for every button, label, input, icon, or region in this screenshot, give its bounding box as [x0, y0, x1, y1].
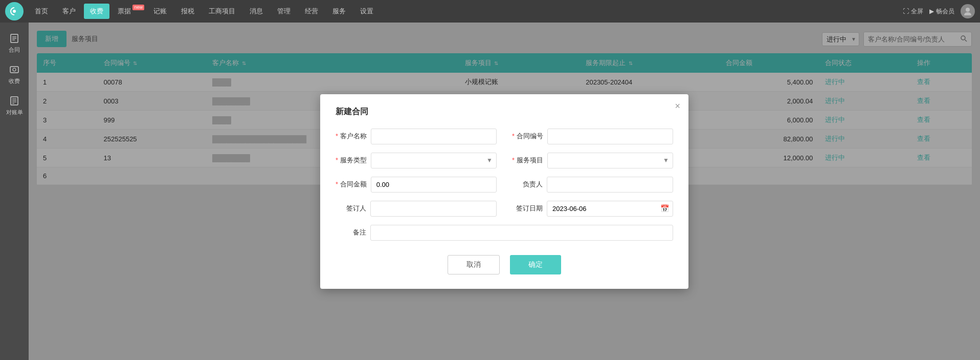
overlay[interactable]: 新建合同 × 客户名称 合同编号 服务类型 [29, 23, 980, 360]
remark-label: 备注 [336, 228, 366, 237]
nav-business[interactable]: 工商项目 [203, 4, 241, 19]
fullscreen-button[interactable]: ⛶ 全屏 [903, 7, 923, 16]
svg-rect-9 [11, 97, 18, 105]
dialog: 新建合同 × 客户名称 合同编号 服务类型 [320, 94, 688, 289]
signer-label: 签订人 [336, 204, 366, 213]
customer-name-input[interactable] [371, 129, 497, 144]
sidebar-item-reconciliation[interactable]: 对账单 [0, 90, 29, 121]
nav-customer[interactable]: 客户 [56, 4, 82, 19]
avatar[interactable] [961, 4, 975, 18]
contract-amount-label: 合同金额 [336, 180, 367, 189]
play-icon: ▶ [929, 8, 934, 15]
service-item-select-wrap: ▼ [547, 153, 673, 168]
sign-date-label: 签订日期 [512, 204, 543, 213]
form-row-responsible: 负责人 [512, 177, 673, 193]
svg-point-1 [13, 10, 16, 13]
nav-items: 首页 客户 收费 票据 new 记账 报税 工商项目 消息 管理 经营 服务 设… [29, 4, 903, 19]
fullscreen-icon: ⛶ [903, 8, 909, 15]
sidebar-item-contract[interactable]: 合同 [0, 28, 29, 59]
dialog-title: 新建合同 [336, 107, 673, 117]
form-row-contract-no: 合同编号 [512, 129, 673, 144]
nav-home[interactable]: 首页 [29, 4, 54, 19]
nav-operation[interactable]: 经营 [299, 4, 324, 19]
contract-no-input[interactable] [547, 129, 673, 144]
contract-amount-input[interactable] [371, 177, 497, 193]
nav-billing[interactable]: 收费 [84, 4, 109, 19]
form-row-signer: 签订人 [336, 201, 497, 217]
responsible-person-input[interactable] [547, 177, 673, 193]
nav-service[interactable]: 服务 [326, 4, 352, 19]
remark-input[interactable] [370, 225, 673, 241]
customer-name-label: 客户名称 [336, 132, 367, 141]
nav-bookkeeping[interactable]: 记账 [147, 4, 173, 19]
form-row-amount: 合同金额 [336, 177, 497, 193]
form-row-customer: 客户名称 [336, 129, 497, 144]
top-nav: 首页 客户 收费 票据 new 记账 报税 工商项目 消息 管理 经营 服务 设… [0, 0, 980, 23]
new-badge: new [132, 5, 144, 10]
contract-icon [9, 33, 20, 44]
logo [5, 2, 24, 20]
form-row-sign-date: 签订日期 📅 [512, 201, 673, 217]
cancel-button[interactable]: 取消 [448, 255, 500, 274]
svg-rect-7 [10, 67, 18, 73]
svg-point-8 [13, 68, 16, 71]
responsible-person-label: 负责人 [512, 180, 543, 189]
nav-message[interactable]: 消息 [243, 4, 269, 19]
sidebar: 合同 收费 对账单 [0, 23, 29, 360]
nav-manage[interactable]: 管理 [271, 4, 297, 19]
contract-no-label: 合同编号 [512, 132, 543, 141]
service-item-select[interactable] [547, 153, 673, 168]
sign-date-input[interactable] [547, 201, 673, 217]
form-row-service-item: 服务项目 ▼ [512, 153, 673, 168]
nav-invoice[interactable]: 票据 new [112, 4, 145, 19]
service-type-select-wrap: ▼ [371, 153, 497, 168]
sidebar-item-billing[interactable]: 收费 [0, 59, 29, 90]
sign-date-wrap: 📅 [547, 201, 673, 217]
nav-tax[interactable]: 报税 [175, 4, 201, 19]
billing-icon [9, 64, 20, 75]
reconciliation-icon [9, 95, 20, 107]
service-item-label: 服务项目 [512, 156, 543, 165]
service-type-select[interactable] [371, 153, 497, 168]
member-button[interactable]: ▶ 畅会员 [929, 7, 954, 16]
signer-input[interactable] [370, 201, 497, 217]
nav-settings[interactable]: 设置 [354, 4, 380, 19]
dialog-footer: 取消 确定 [336, 255, 673, 274]
service-type-label: 服务类型 [336, 156, 367, 165]
form-row-remark: 备注 [336, 225, 673, 241]
confirm-button[interactable]: 确定 [510, 255, 561, 274]
main-layout: 合同 收费 对账单 [0, 23, 980, 360]
dialog-close-button[interactable]: × [675, 101, 680, 111]
form-grid: 客户名称 合同编号 服务类型 ▼ [336, 129, 673, 241]
content-area: 新增 服务项目 进行中 已完成 全部 ▼ [29, 23, 980, 360]
form-row-service-type: 服务类型 ▼ [336, 153, 497, 168]
svg-point-2 [966, 8, 970, 12]
nav-right: ⛶ 全屏 ▶ 畅会员 [903, 4, 975, 18]
